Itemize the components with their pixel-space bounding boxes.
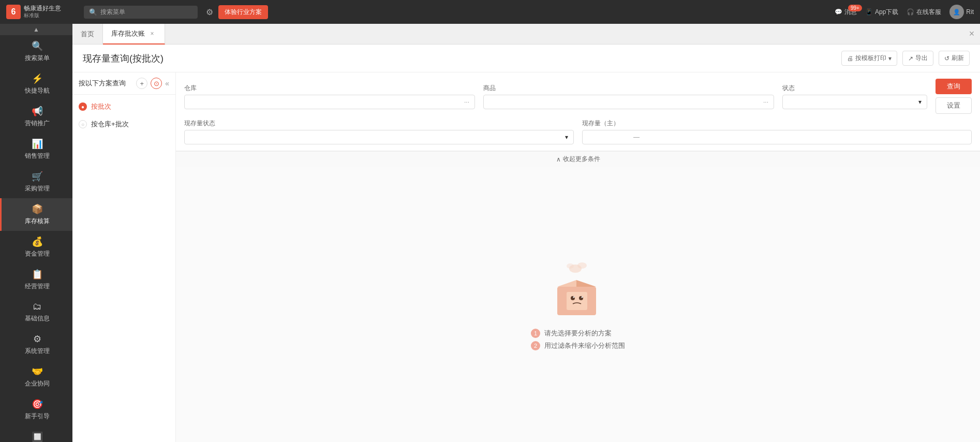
stock-qty-range[interactable]: — [582,130,972,144]
sidebar-item-enterprise[interactable]: 🤝 企业协同 [0,361,72,393]
panel-settings-button[interactable]: ⊙ [151,78,162,89]
scroll-up-button[interactable]: ▲ [0,24,72,35]
search-icon: 🔍 [89,8,97,16]
user-avatar: 👤 [949,5,964,19]
collapse-label: 收起更多条件 [563,155,600,164]
svg-marker-5 [576,280,596,287]
sidebar-item-purchase[interactable]: 🛒 采购管理 [0,166,72,198]
stock-status-dropdown-icon: ▾ [565,134,568,141]
empty-svg [547,258,609,320]
refresh-label: 刷新 [952,54,964,63]
tab-bar: 首页 库存批次账 × × [72,24,980,45]
status-dropdown-icon: ▾ [918,98,922,106]
range-dash: — [633,134,640,141]
empty-state: 1 请先选择要分析的方案 2 用过滤条件来缩小分析范围 [176,167,980,442]
right-panel: 仓库 ··· 商品 ··· [176,72,980,442]
newguide-icon: 🎯 [32,399,43,410]
panel-collapse-button[interactable]: « [165,79,169,87]
settings-button[interactable]: 设置 [936,97,972,114]
message-icon: 💬 [835,8,842,16]
print-button[interactable]: 🖨 按模板打印 ▾ [841,51,897,66]
header-right: 💬 消息 99+ 📱 App下载 🎧 在线客服 👤 Rit [835,5,974,19]
collapse-icon: ∧ [556,156,561,163]
sidebar-item-basic[interactable]: 🗂 基础信息 [0,296,72,328]
svg-point-9 [573,297,575,298]
sidebar-item-appcenter[interactable]: 🔲 应用中心 [0,426,72,442]
panel-add-button[interactable]: + [136,78,147,89]
username-label: Rit [966,8,974,16]
messages-button[interactable]: 💬 消息 99+ [835,8,857,17]
sidebar-item-finance[interactable]: 💰 资金管理 [0,231,72,263]
page-header: 现存量查询(按批次) 🖨 按模板打印 ▾ ↗ 导出 ↺ 刷新 [72,45,980,72]
stock-qty-filter-field: 现存量（主） — [582,119,972,144]
scheme-item-batch[interactable]: ● 按批次 [72,98,175,115]
collapse-more-button[interactable]: ∧ 收起更多条件 [176,151,980,167]
tab-home[interactable]: 首页 [72,24,103,45]
scheme-item-warehouse-batch[interactable]: ○ 按仓库+批次 [72,115,175,133]
left-panel: 按以下方案查询 + ⊙ « ● 按批次 ○ 按仓库+批次 [72,72,176,442]
main-layout: ▲ 🔍 搜索菜单 ⚡ 快捷导航 📢 营销推广 📊 销售管理 🛒 采购管理 📦 库… [0,24,980,442]
logo-area: 6 畅康通好生意 标准版 [6,5,79,19]
phone-icon: 📱 [865,8,873,16]
sidebar-item-quicknav[interactable]: ⚡ 快捷导航 [0,68,72,100]
sales-icon: 📊 [32,138,43,150]
sidebar-item-inventory[interactable]: 📦 库存核算 [0,198,72,231]
sidebar-item-system[interactable]: ⚙ 系统管理 [0,328,72,361]
sidebar-enterprise-label: 企业协同 [25,379,50,388]
empty-step-2: 2 用过滤条件来缩小分析范围 [531,341,625,350]
print-label: 按模板打印 [855,54,886,63]
status-filter-field: 状态 ▾ [782,84,927,109]
product-more-icon[interactable]: ··· [763,98,768,106]
online-service-button[interactable]: 🎧 在线客服 [907,8,941,17]
online-service-label: 在线客服 [916,8,941,17]
sidebar-item-operations[interactable]: 📋 经营管理 [0,263,72,296]
export-button[interactable]: ↗ 导出 [902,51,933,66]
product-input[interactable]: ··· [483,95,774,109]
svg-point-2 [567,263,574,269]
sidebar-item-sales[interactable]: 📊 销售管理 [0,133,72,166]
sidebar-item-newguide[interactable]: 🎯 新手引导 [0,393,72,426]
status-select[interactable]: ▾ [782,95,927,109]
stock-status-filter-field: 现存量状态 ▾ [184,119,574,144]
export-icon: ↗ [908,55,913,62]
menu-search-bar[interactable]: 🔍 搜索菜单 [84,6,198,19]
filter-area: 仓库 ··· 商品 ··· [176,72,980,151]
tab-bar-close-button[interactable]: × [968,30,976,38]
logo-text: 畅康通好生意 标准版 [24,5,61,19]
print-icon: 🖨 [847,55,853,62]
filter-row-1: 仓库 ··· 商品 ··· [184,79,972,114]
sidebar-inventory-label: 库存核算 [25,217,50,226]
product-filter-field: 商品 ··· [483,84,774,109]
header-settings-icon[interactable]: ⚙ [206,7,213,17]
operations-icon: 📋 [32,269,43,280]
tab-close-button[interactable]: × [148,30,156,38]
scheme-inactive-dot: ○ [79,120,87,128]
trial-industry-button[interactable]: 体验行业方案 [218,5,268,19]
stock-qty-min-input[interactable] [588,134,629,141]
sidebar-item-marketing[interactable]: 📢 营销推广 [0,100,72,133]
stock-qty-label: 现存量（主） [582,119,972,128]
query-button[interactable]: 查询 [936,79,972,94]
warehouse-input[interactable]: ··· [184,95,475,109]
sidebar-newguide-label: 新手引导 [25,412,50,421]
stock-qty-max-input[interactable] [644,134,685,141]
sidebar-search-label: 搜索菜单 [25,54,50,63]
status-label: 状态 [782,84,927,93]
stock-status-select[interactable]: ▾ [184,130,574,144]
app-download-button[interactable]: 📱 App下载 [865,8,898,17]
tab-inventory-batch[interactable]: 库存批次账 × [103,24,165,45]
user-profile-button[interactable]: 👤 Rit [949,5,974,19]
warehouse-label: 仓库 [184,84,475,93]
refresh-button[interactable]: ↺ 刷新 [939,51,970,66]
step-2-num: 2 [531,341,540,350]
warehouse-more-icon[interactable]: ··· [464,98,469,106]
app-version: 标准版 [24,12,61,19]
inventory-icon: 📦 [32,203,43,215]
sidebar-sales-label: 销售管理 [25,152,50,160]
sidebar-item-search[interactable]: 🔍 搜索菜单 [0,35,72,68]
top-header: 6 畅康通好生意 标准版 🔍 搜索菜单 ⚙ 体验行业方案 💬 消息 99+ 📱 … [0,0,980,24]
header-center: 🔍 搜索菜单 ⚙ 体验行业方案 [79,5,835,19]
svg-rect-6 [567,292,587,310]
sidebar-finance-label: 资金管理 [25,249,50,258]
sidebar: ▲ 🔍 搜索菜单 ⚡ 快捷导航 📢 营销推广 📊 销售管理 🛒 采购管理 📦 库… [0,24,72,442]
